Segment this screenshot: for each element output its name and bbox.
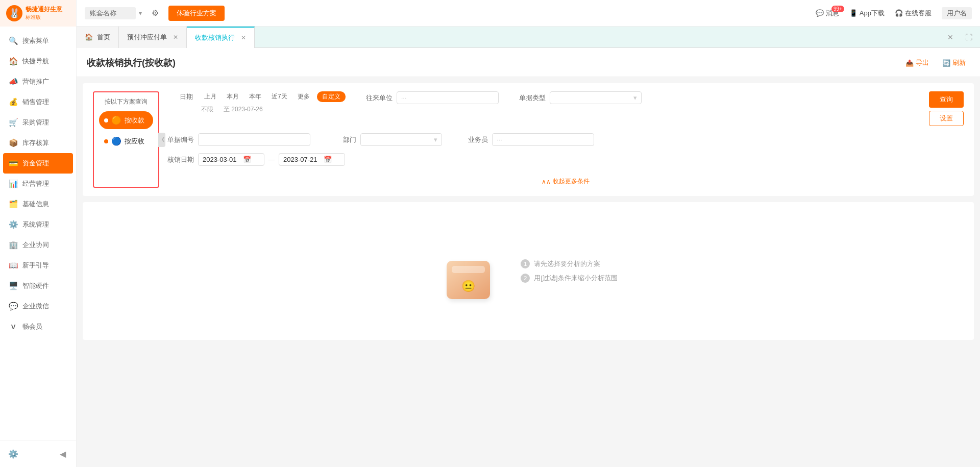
tab-prepay[interactable]: 预付冲应付单 ✕ xyxy=(119,27,187,48)
date-btn-last-month[interactable]: 上月 xyxy=(201,91,219,102)
dept-chevron: ▾ xyxy=(434,136,437,143)
tab-close-all-icon[interactable]: ✕ xyxy=(943,30,958,44)
sidebar-item-wechat[interactable]: 💬 企业微信 xyxy=(0,296,76,316)
verify-date-end-input[interactable]: 2023-07-21 📅 xyxy=(279,153,345,166)
doc-no-filter: 单据编号 xyxy=(167,133,310,146)
date-label: 日期 xyxy=(167,92,193,102)
doc-no-input[interactable] xyxy=(198,133,310,146)
sidebar-bottom: ⚙️ ◀ xyxy=(0,440,76,467)
app-download-btn[interactable]: 📱 App下载 xyxy=(849,9,885,18)
date-btn-this-month[interactable]: 本月 xyxy=(224,91,242,102)
empty-state: 😐 1 请先选择要分析的方案 2 用[过滤]条件来缩小分析范围 xyxy=(83,202,974,340)
empty-box: 😐 xyxy=(447,261,490,299)
inventory-icon: 📦 xyxy=(8,138,18,148)
custom-date-badge[interactable]: 自定义 xyxy=(317,91,346,102)
date-no-limit: 不限 xyxy=(201,105,213,114)
staff-select[interactable]: ··· xyxy=(492,133,594,146)
verify-date-start-input[interactable]: 2023-03-01 📅 xyxy=(198,153,264,166)
by-receivable-icon: 🔵 xyxy=(111,136,121,146)
search-menu-icon: 🔍 xyxy=(8,36,18,46)
calendar-end-icon[interactable]: 📅 xyxy=(324,156,332,163)
system-icon: ⚙️ xyxy=(8,219,18,230)
empty-hint-1: 1 请先选择要分析的方案 xyxy=(521,259,600,268)
service-icon: 🎧 xyxy=(895,9,903,17)
sidebar-item-inventory[interactable]: 📦 库存核算 xyxy=(0,133,76,153)
member-icon: V xyxy=(8,322,18,332)
topbar: 账套名称 ▾ ⚙ 休验行业方案 💬 消息 99+ 📱 App下载 🎧 在线客服 … xyxy=(77,0,980,27)
sidebar-item-purchase[interactable]: 🛒 采购管理 xyxy=(0,112,76,133)
date-btn-more[interactable]: 更多 xyxy=(295,91,313,102)
filter-row2: 单据编号 部门 ▾ 业务员 ··· xyxy=(167,133,964,146)
sidebar-item-finance[interactable]: 💳 资金管理 xyxy=(3,153,73,174)
tab-prepay-close-icon[interactable]: ✕ xyxy=(173,34,178,41)
refresh-button[interactable]: 🔄 刷新 xyxy=(938,56,970,69)
export-button[interactable]: 📤 导出 xyxy=(901,56,933,69)
doc-type-chevron: ▾ xyxy=(633,94,637,102)
sidebar-logo: 🐰 畅捷通好生意 标准版 xyxy=(0,0,76,27)
wechat-icon: 💬 xyxy=(8,301,18,311)
filter-panel: 按以下方案查询 🟠 按收款 🔵 按应收 《 xyxy=(83,83,974,196)
dept-select[interactable]: ▾ xyxy=(360,133,442,146)
messages-btn[interactable]: 💬 消息 99+ xyxy=(816,9,839,18)
by-receipt-icon: 🟠 xyxy=(111,115,121,125)
empty-hints: 1 请先选择要分析的方案 2 用[过滤]条件来缩小分析范围 xyxy=(521,259,617,283)
tabbar: 🏠 首页 预付冲应付单 ✕ 收款核销执行 ✕ ✕ ⛶ xyxy=(77,27,980,48)
date-options: 上月 本月 本年 近7天 更多 自定义 xyxy=(201,91,346,102)
sidebar-item-search-menu[interactable]: 🔍 搜索菜单 xyxy=(0,31,76,51)
doc-type-label: 单据类型 xyxy=(519,93,546,103)
by-receipt-dot xyxy=(104,118,108,122)
page-header-actions: 📤 导出 🔄 刷新 xyxy=(901,56,970,77)
logo-icon: 🐰 xyxy=(6,5,22,21)
sidebar-item-quick-nav[interactable]: 🏠 快捷导航 xyxy=(0,51,76,71)
industry-btn[interactable]: 休验行业方案 xyxy=(168,6,225,21)
verify-date-label: 核销日期 xyxy=(167,155,194,164)
sidebar-item-basic-info[interactable]: 🗂️ 基础信息 xyxy=(0,194,76,214)
export-icon: 📤 xyxy=(905,59,914,67)
doc-type-select[interactable]: ▾ xyxy=(550,91,642,104)
smart-hw-icon: 🖥️ xyxy=(8,281,18,291)
tab-receipt-verify-close-icon[interactable]: ✕ xyxy=(241,34,246,41)
collapse-sidebar-icon[interactable]: ◀ xyxy=(56,447,70,461)
sidebar-item-guide[interactable]: 📖 新手引导 xyxy=(0,255,76,276)
collapse-more-btn[interactable]: ∧∧ 收起更多条件 xyxy=(167,173,964,188)
verify-date-end-value: 2023-07-21 xyxy=(283,156,317,163)
filter-row-verify: 核销日期 2023-03-01 📅 — 2023-07-21 📅 xyxy=(167,153,964,166)
main-area: 账套名称 ▾ ⚙ 休验行业方案 💬 消息 99+ 📱 App下载 🎧 在线客服 … xyxy=(77,0,980,467)
topbar-right: 💬 消息 99+ 📱 App下载 🎧 在线客服 用户名 xyxy=(816,7,972,19)
message-icon: 💬 xyxy=(816,9,824,17)
sidebar-item-smart-hw[interactable]: 🖥️ 智能硬件 xyxy=(0,276,76,296)
sidebar-item-member[interactable]: V 畅会员 xyxy=(0,316,76,337)
filter-actions: 查询 设置 xyxy=(929,91,964,126)
purchase-icon: 🛒 xyxy=(8,117,18,128)
tab-receipt-verify[interactable]: 收款核销执行 ✕ xyxy=(187,27,255,48)
refresh-icon: 🔄 xyxy=(942,59,950,67)
content-area: 收款核销执行(按收款) 📤 导出 🔄 刷新 按以下方案查询 🟠 xyxy=(77,48,980,467)
filter-sidebar-title: 按以下方案查询 xyxy=(99,97,153,106)
sidebar-item-marketing[interactable]: 📣 营销推广 xyxy=(0,71,76,92)
tab-home[interactable]: 🏠 首页 xyxy=(77,27,119,48)
sidebar-item-enterprise[interactable]: 🏢 企业协同 xyxy=(0,235,76,255)
settings-icon[interactable]: ⚙️ xyxy=(6,447,20,461)
date-btn-7days[interactable]: 近7天 xyxy=(268,91,290,102)
filter-row-date: 日期 上月 本月 本年 近7天 更多 自定义 xyxy=(167,91,346,102)
filter-main: 日期 上月 本月 本年 近7天 更多 自定义 不限 xyxy=(167,91,964,188)
dept-filter: 部门 ▾ xyxy=(331,133,442,146)
sidebar-item-system[interactable]: ⚙️ 系统管理 xyxy=(0,214,76,235)
filter-sidebar-collapse-btn[interactable]: 《 xyxy=(158,133,165,147)
filter-by-receipt[interactable]: 🟠 按收款 xyxy=(99,111,153,129)
filter-by-receivable[interactable]: 🔵 按应收 xyxy=(99,132,153,150)
service-btn[interactable]: 🎧 在线客服 xyxy=(895,9,932,18)
account-selector[interactable]: 账套名称 ▾ xyxy=(85,7,142,19)
tab-fullscreen-icon[interactable]: ⛶ xyxy=(962,30,976,44)
marketing-icon: 📣 xyxy=(8,77,18,87)
query-button[interactable]: 查询 xyxy=(929,91,964,108)
sidebar-item-sales[interactable]: 💰 销售管理 xyxy=(0,92,76,112)
logo-text: 畅捷通好生意 标准版 xyxy=(26,6,62,21)
filter-settings-button[interactable]: 设置 xyxy=(929,111,964,126)
counterpart-select[interactable]: ··· xyxy=(397,91,499,104)
date-btn-this-year[interactable]: 本年 xyxy=(246,91,264,102)
guide-icon: 📖 xyxy=(8,260,18,271)
sidebar-item-operation[interactable]: 📊 经营管理 xyxy=(0,174,76,194)
topbar-gear-icon[interactable]: ⚙ xyxy=(148,6,162,20)
calendar-start-icon[interactable]: 📅 xyxy=(243,156,251,163)
